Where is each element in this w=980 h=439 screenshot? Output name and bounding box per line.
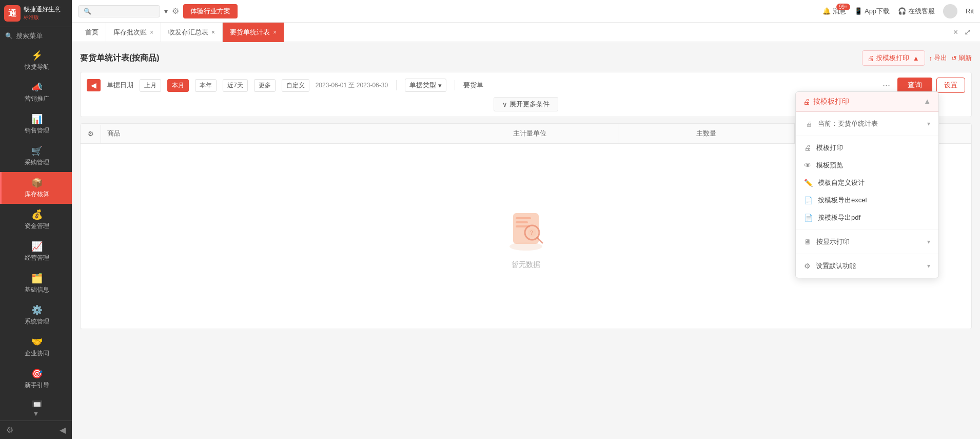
- print-template-button[interactable]: 🖨 按模板打印 ▲: [862, 50, 925, 66]
- sidebar-nav: ⚡ 快捷导航 📣 营销推广 📊 销售管理 🛒 采购管理 📦 库存核算 💰 资金管…: [0, 45, 72, 407]
- th-unit: 主计量单位: [441, 124, 618, 143]
- tab-order-stats-close[interactable]: ×: [273, 29, 277, 36]
- date-btn-last-month[interactable]: 上月: [140, 79, 161, 92]
- app-label: App下载: [865, 7, 890, 16]
- query-button[interactable]: 查询: [897, 78, 932, 93]
- trial-button[interactable]: 体验行业方案: [183, 4, 238, 18]
- topbar-search-box[interactable]: 🔍: [78, 5, 160, 17]
- sidebar-scroll-down[interactable]: ▼: [0, 407, 72, 421]
- tab-receipt-summary-label: 收发存汇总表: [168, 28, 208, 37]
- finance-icon: 💰: [31, 209, 43, 220]
- sidebar-item-collab[interactable]: 🤝 企业协同: [0, 331, 72, 363]
- sidebar-item-inventory[interactable]: 📦 库存核算: [0, 172, 72, 204]
- more-options-button[interactable]: ···: [879, 80, 893, 91]
- sidebar-search[interactable]: 🔍 搜索菜单: [0, 27, 72, 45]
- display-print-label: 按显示打印: [816, 237, 850, 246]
- print-dropdown-header: 🖨 按模板打印 ▲: [796, 92, 938, 112]
- sidebar-item-finance[interactable]: 💰 资金管理: [0, 204, 72, 236]
- dropdown-display-print[interactable]: 🖥 按显示打印 ▾: [796, 233, 938, 251]
- basic-icon: 🗂️: [31, 273, 43, 284]
- user-avatar[interactable]: [943, 4, 957, 18]
- date-range-display: 2023-06-01 至 2023-06-30: [316, 81, 388, 90]
- dropdown-template-design[interactable]: ✏️ 模板自定义设计: [796, 174, 938, 192]
- date-btn-custom[interactable]: 自定义: [282, 79, 309, 92]
- dropdown-section-current: 🖨 当前：要货单统计表 ▾: [796, 112, 938, 136]
- dropdown-template-export-pdf[interactable]: 📄 按模板导出pdf: [796, 209, 938, 226]
- th-settings[interactable]: ⚙: [81, 125, 101, 143]
- collapse-icon[interactable]: ◀: [60, 425, 66, 435]
- page-header: 要货单统计表(按商品) 🖨 按模板打印 ▲ ↑ 导出 ↺ 刷新: [80, 50, 972, 66]
- topbar-dropdown-button[interactable]: ▾: [164, 7, 168, 15]
- dropdown-template-preview[interactable]: 👁 模板预览: [796, 157, 938, 174]
- topbar-search-icon: 🔍: [84, 8, 91, 15]
- order-type-arrow: ▾: [438, 82, 442, 89]
- th-goods: 商品: [101, 124, 441, 143]
- export-icon: ↑: [929, 54, 933, 62]
- date-btn-more[interactable]: 更多: [254, 79, 276, 92]
- print-dropdown: 🖨 按模板打印 ▲ 🖨 当前：要货单统计表 ▾ 🖨 模板打印: [795, 91, 939, 278]
- tab-order-stats[interactable]: 要货单统计表 ×: [223, 23, 284, 42]
- expand-down-icon: ∨: [502, 101, 507, 108]
- sidebar-item-marketing[interactable]: 📣 营销推广: [0, 77, 72, 108]
- dropdown-current-template[interactable]: 🖨 当前：要货单统计表 ▾: [796, 115, 938, 132]
- sidebar-item-guide[interactable]: 🎯 新手引导: [0, 363, 72, 395]
- sidebar-bottom: ⚙ ◀: [0, 421, 72, 439]
- filter-divider-1: [396, 80, 397, 90]
- date-btn-7days[interactable]: 近7天: [223, 79, 248, 92]
- date-btn-this-month[interactable]: 本月: [167, 79, 189, 92]
- template-export-pdf-label: 按模板导出pdf: [818, 213, 860, 222]
- sidebar-logo[interactable]: 通 畅捷通好生意 标准版: [0, 0, 72, 27]
- sales-label: 销售管理: [25, 126, 49, 135]
- expand-more-button[interactable]: ∨ 展开更多条件: [494, 97, 558, 111]
- print-dropdown-close[interactable]: ▲: [923, 97, 931, 106]
- tab-home[interactable]: 首页: [78, 23, 106, 42]
- sidebar-item-quick-nav[interactable]: ⚡ 快捷导航: [0, 45, 72, 77]
- tab-batch-account[interactable]: 库存批次账 ×: [106, 23, 161, 42]
- window-expand-button[interactable]: ⤢: [961, 27, 974, 37]
- sidebar-item-sales[interactable]: 📊 销售管理: [0, 108, 72, 140]
- template-export-pdf-icon: 📄: [804, 214, 813, 222]
- expand-label: 展开更多条件: [509, 100, 550, 109]
- dropdown-default-func[interactable]: ⚙ 设置默认功能 ▾: [796, 257, 938, 275]
- tab-receipt-summary[interactable]: 收发存汇总表 ×: [161, 23, 223, 42]
- window-close-button[interactable]: ×: [950, 28, 961, 37]
- tab-batch-account-close[interactable]: ×: [150, 29, 153, 36]
- service-icon: 🎧: [898, 7, 906, 15]
- sidebar-item-operation[interactable]: 📈 经营管理: [0, 236, 72, 268]
- sidebar-item-system[interactable]: ⚙️ 系统管理: [0, 299, 72, 331]
- appstore-icon: 🔲: [31, 400, 43, 407]
- sidebar-item-appstore[interactable]: 🔲 应用中心: [0, 395, 72, 407]
- dropdown-template-print[interactable]: 🖨 模板打印: [796, 139, 938, 157]
- settings-bottom-icon[interactable]: ⚙: [6, 425, 13, 435]
- th-quantity: 主数量: [618, 124, 795, 143]
- sidebar-item-purchase[interactable]: 🛒 采购管理: [0, 140, 72, 172]
- app-download-button[interactable]: 📱 App下载: [854, 7, 890, 16]
- dropdown-section-display: 🖥 按显示打印 ▾: [796, 230, 938, 254]
- guide-icon: 🎯: [31, 368, 43, 379]
- refresh-button[interactable]: ↺ 刷新: [951, 53, 972, 63]
- tabs-bar: 首页 库存批次账 × 收发存汇总表 × 要货单统计表 × × ⤢: [72, 23, 980, 42]
- topbar-left: 🔍 ▾ ⚙ 体验行业方案: [78, 4, 822, 18]
- dropdown-template-export-excel[interactable]: 📄 按模板导出excel: [796, 192, 938, 209]
- dropdown-section-print: 🖨 模板打印 👁 模板预览 ✏️ 模板自定义设计 📄 按模板导出excel 📄: [796, 136, 938, 230]
- topbar-settings-icon[interactable]: ⚙: [172, 6, 179, 16]
- tab-receipt-summary-close[interactable]: ×: [211, 29, 215, 36]
- filter-toggle-button[interactable]: ◀: [87, 79, 101, 91]
- template-export-excel-icon: 📄: [804, 196, 813, 204]
- export-button[interactable]: ↑ 导出: [929, 53, 948, 63]
- print-dropdown-title: 🖨 按模板打印: [803, 97, 849, 106]
- notice-button[interactable]: 🔔 消息 99+: [822, 7, 846, 16]
- display-print-arrow: ▾: [927, 238, 930, 245]
- template-design-label: 模板自定义设计: [818, 178, 865, 187]
- template-export-excel-label: 按模板导出excel: [818, 196, 867, 205]
- sidebar-item-basic[interactable]: 🗂️ 基础信息: [0, 268, 72, 299]
- date-btn-this-year[interactable]: 本年: [195, 79, 217, 92]
- order-group-label: 要货单: [463, 81, 483, 90]
- empty-illustration: ?: [500, 203, 552, 254]
- settings-button[interactable]: 设置: [936, 78, 965, 93]
- order-type-select[interactable]: 单据类型 ▾: [405, 79, 446, 92]
- guide-label: 新手引导: [25, 381, 49, 390]
- username-label[interactable]: Rit: [966, 7, 974, 15]
- default-func-icon: ⚙: [804, 262, 811, 270]
- online-service-button[interactable]: 🎧 在线客服: [898, 7, 935, 16]
